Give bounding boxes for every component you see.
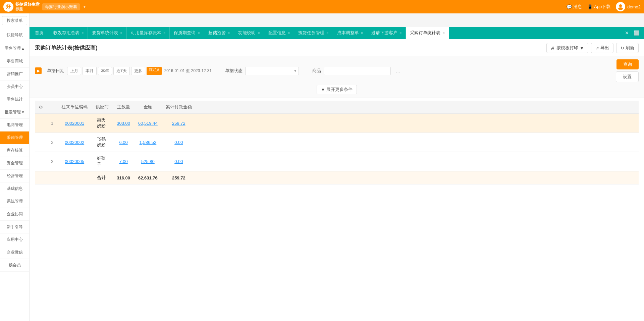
sidebar-item-finance[interactable]: 资金管理 (0, 157, 29, 170)
tab-close-purchase[interactable]: × (442, 31, 444, 35)
refresh-btn[interactable]: ↻ 刷新 (616, 43, 639, 53)
th-settings[interactable]: ⚙ (35, 101, 47, 114)
tab-close-warranty[interactable]: × (198, 31, 200, 35)
tab-close-cost[interactable]: × (361, 31, 363, 35)
message-btn[interactable]: 💬 消息 (567, 4, 582, 10)
more-fields-btn[interactable]: ... (393, 67, 402, 74)
row3-main-qty[interactable]: 7.00 (113, 152, 134, 171)
tab-close-invite[interactable]: × (399, 31, 401, 35)
status-select[interactable] (245, 67, 299, 75)
date-buttons: 上月 本月 本年 近7天 更多 自定义 (67, 67, 162, 75)
sidebar-item-retail-mgmt[interactable]: 零售管理 ▲ (0, 42, 29, 55)
tab-config[interactable]: 配置信息 × (264, 27, 294, 39)
query-btn[interactable]: 查询 (616, 59, 639, 69)
row3-amount[interactable]: 525.80 (134, 152, 162, 171)
page-title: 采购订单统计表(按供应商) (35, 45, 98, 52)
print-icon: 🖨 (551, 46, 555, 51)
row3-unit-code[interactable]: 00020005 (57, 152, 92, 171)
row3-paid-amount[interactable]: 0.00 (162, 152, 196, 171)
tab-close-available[interactable]: × (163, 31, 165, 35)
arrow-icon: ▲ (21, 47, 25, 50)
date-range-display: 2016-01-01 至 2023-12-31 (164, 68, 212, 74)
tab-warranty[interactable]: 保质期查询 × (170, 27, 204, 39)
more-date-btn[interactable]: 更多 (131, 67, 145, 75)
sidebar-item-inventory[interactable]: 库存核算 (0, 144, 29, 157)
footer-num (47, 171, 57, 184)
goods-input[interactable] (324, 67, 391, 75)
quick-nav-btn[interactable]: 快捷导航 (2, 31, 27, 39)
tab-collection-summary[interactable]: 收发存汇总表 × (49, 27, 88, 39)
sidebar-item-purchase-mgmt[interactable]: 采购管理 (0, 131, 29, 144)
tab-pick-task[interactable]: 拣货任务管理 × (294, 27, 333, 39)
sidebar-item-enterprise-coop[interactable]: 企业协同 (0, 208, 29, 221)
export-btn[interactable]: ↗ 导出 (591, 43, 613, 53)
row2-main-qty[interactable]: 6.00 (113, 133, 134, 152)
th-supplier: 供应商 (92, 101, 113, 114)
table-body: 1 00020001 惠氏奶粉 303.00 60,519.44 259.72 (35, 114, 639, 171)
user-area[interactable]: demo2 (616, 2, 641, 11)
footer-row: 合计 316.00 62,631.76 259.72 (35, 171, 639, 184)
sidebar-item-member[interactable]: 畅会员 (0, 259, 29, 272)
row1-paid-amount[interactable]: 259.72 (162, 114, 196, 133)
dropdown-arrow-icon[interactable]: ▼ (83, 4, 87, 9)
row2-amount[interactable]: 1,586.52 (134, 133, 162, 152)
th-main-qty: 主数量 (113, 101, 134, 114)
custom-date-badge: 自定义 (147, 67, 162, 75)
row3-extra (196, 152, 639, 171)
sidebar-item-enterprise-wechat[interactable]: 企业微信 (0, 246, 29, 259)
tab-function[interactable]: 功能说明 × (234, 27, 264, 39)
svg-point-0 (619, 4, 622, 7)
app-download-btn[interactable]: 📱 App下载 (587, 4, 610, 10)
sidebar-item-base-info[interactable]: 基础信息 (0, 182, 29, 195)
table-row: 3 00020005 好孩子 7.00 525.80 0.00 (35, 152, 639, 171)
sidebar-item-marketing[interactable]: 营销推广 (0, 68, 29, 81)
tab-order-summary[interactable]: 要货单统计表 × (88, 27, 126, 39)
row2-unit-code[interactable]: 00020002 (57, 133, 92, 152)
expand-conditions-btn[interactable]: ▼ 展开更多条件 (317, 85, 357, 94)
logo-icon: 好 (3, 2, 13, 12)
sidebar-item-ecom-mgmt[interactable]: 电商管理 (0, 119, 29, 131)
tab-close-pick[interactable]: × (326, 31, 328, 35)
tab-overstock[interactable]: 超储预警 × (204, 27, 234, 39)
tab-close-collection[interactable]: × (82, 31, 84, 35)
settings-btn[interactable]: 设置 (616, 71, 639, 82)
tab-close-config[interactable]: × (288, 31, 290, 35)
sidebar-item-wholesale-mgmt[interactable]: 批发管理 ▼ (0, 106, 29, 119)
sidebar-item-member-center[interactable]: 会员中心 (0, 81, 29, 93)
tab-close-function[interactable]: × (258, 31, 260, 35)
settings-icon: ⚙ (39, 105, 43, 110)
content-area: 采购订单统计表(按供应商) 🖨 按模板打印 ▼ ↗ 导出 ↻ 刷新 (30, 39, 644, 321)
row1-amount[interactable]: 60,519.44 (134, 114, 162, 133)
row1-unit-code[interactable]: 00020001 (57, 114, 92, 133)
sidebar-item-retail-mall[interactable]: 零售商城 (0, 55, 29, 68)
row2-paid-amount[interactable]: 0.00 (162, 133, 196, 152)
tab-close-all-icon[interactable]: ✕ (623, 29, 631, 37)
7days-btn[interactable]: 近7天 (113, 67, 130, 75)
sidebar-item-retail-stat[interactable]: 零售统计 (0, 93, 29, 106)
search-menu-btn[interactable]: 搜索菜单 (2, 16, 27, 25)
tab-cost-adjust[interactable]: 成本调整单 × (333, 27, 367, 39)
this-year-btn[interactable]: 本年 (98, 67, 112, 75)
last-month-btn[interactable]: 上月 (67, 67, 81, 75)
tab-close-overstock[interactable]: × (228, 31, 230, 35)
th-unit-code: 往来单位编码 (57, 101, 92, 114)
template-print-btn[interactable]: 🖨 按模板打印 ▼ (546, 43, 588, 53)
tab-close-order[interactable]: × (120, 31, 122, 35)
footer-unit-code (57, 171, 92, 184)
sidebar-item-sys-mgmt[interactable]: 系统管理 (0, 195, 29, 208)
tab-maximize-icon[interactable]: ⬜ (632, 29, 641, 37)
sidebar-nav-area: 快捷导航 (0, 28, 29, 42)
row1-main-qty[interactable]: 303.00 (113, 114, 134, 133)
status-filter: 单据状态 (225, 67, 299, 75)
sidebar-item-new-guide[interactable]: 新手引导 (0, 221, 29, 233)
sidebar-item-app-center[interactable]: 应用中心 (0, 233, 29, 246)
tab-purchase-stat[interactable]: 采购订单统计表 × (406, 27, 449, 39)
filter-toggle-btn[interactable]: ▶ (35, 67, 42, 74)
tab-available-stock[interactable]: 可用量库存账本 × (127, 27, 170, 39)
svg-point-1 (618, 7, 623, 10)
tab-invite[interactable]: 邀请下游客户 × (367, 27, 406, 39)
sidebar-item-ops-mgmt[interactable]: 经营管理 (0, 170, 29, 182)
this-month-btn[interactable]: 本月 (83, 67, 97, 75)
tab-home[interactable]: 首页 (30, 27, 49, 39)
th-amount: 金额 (134, 101, 162, 114)
